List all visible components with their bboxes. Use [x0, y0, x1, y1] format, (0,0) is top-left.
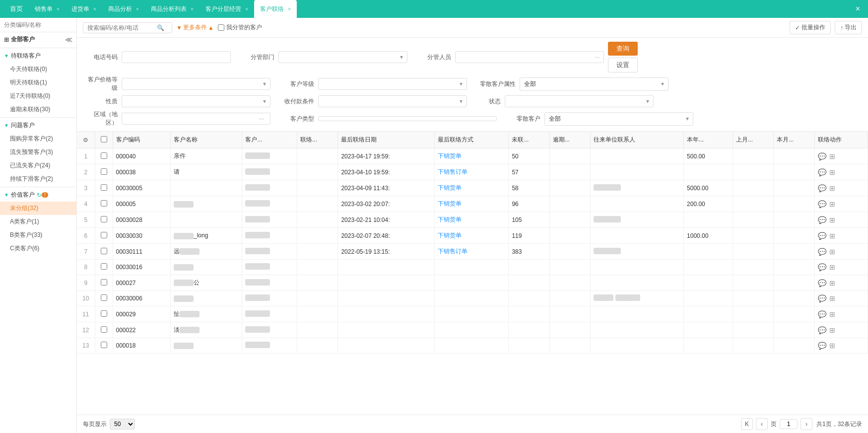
chat-icon[interactable]: 💬: [818, 310, 826, 318]
phone-input[interactable]: [122, 51, 231, 63]
close-sales-tab[interactable]: ×: [57, 6, 60, 12]
sidebar-item-class-b[interactable]: B类客户(33): [0, 228, 76, 242]
chat-icon[interactable]: 💬: [818, 248, 826, 256]
sidebar-item-class-c[interactable]: C类客户(6): [0, 242, 76, 255]
chat-icon[interactable]: 💬: [818, 279, 826, 287]
sidebar-item-declining[interactable]: 持续下滑客户(2): [0, 172, 76, 186]
more-icon[interactable]: ⊞: [829, 200, 835, 208]
sidebar-item-class-a[interactable]: A类客户(1): [0, 215, 76, 228]
close-purchase-tab[interactable]: ×: [93, 6, 96, 12]
more-icon[interactable]: ⊞: [829, 168, 835, 176]
more-icon[interactable]: ⊞: [829, 232, 835, 240]
sidebar-item-churned[interactable]: 已流失客户(24): [0, 159, 76, 172]
dept-select[interactable]: ▾: [278, 51, 407, 63]
row-checkbox[interactable]: [101, 279, 107, 286]
sidebar-collapse-icon[interactable]: ≪: [65, 36, 72, 44]
chat-icon[interactable]: 💬: [818, 152, 826, 160]
nav-tab-analysis[interactable]: 商品分析 ×: [102, 0, 145, 18]
retail-attr-select[interactable]: 全部▾: [520, 77, 668, 91]
prev-page-button[interactable]: ‹: [756, 418, 768, 430]
price-level-select[interactable]: ▾: [122, 78, 270, 90]
more-icon[interactable]: ⊞: [829, 310, 835, 318]
page-size-select[interactable]: 50 20 100: [110, 419, 135, 430]
sidebar-item-churn-warning[interactable]: 流失预警客户(3): [0, 145, 76, 159]
filter-search-icon[interactable]: 🔍: [157, 24, 164, 31]
query-button[interactable]: 查询: [608, 42, 638, 56]
region-select[interactable]: ···: [122, 113, 270, 125]
more-icon[interactable]: ⊞: [829, 342, 835, 350]
chat-icon[interactable]: 💬: [818, 294, 826, 302]
nav-tab-sales[interactable]: 销售单 ×: [29, 0, 66, 18]
more-icon[interactable]: ⊞: [829, 263, 835, 271]
row-checkbox[interactable]: [101, 200, 107, 207]
last-method-link[interactable]: 下销货单: [438, 216, 462, 223]
batch-operation-button[interactable]: ✓ 批量操作: [790, 21, 831, 34]
sidebar-group-pending-title[interactable]: ▼ 待联络客户: [0, 49, 76, 63]
row-checkbox[interactable]: [101, 326, 107, 333]
nav-tab-purchase[interactable]: 进货单 ×: [66, 0, 102, 18]
reset-button[interactable]: 设置: [608, 58, 638, 72]
sidebar-group-value-title[interactable]: ▼ 价值客户 ↻ !: [0, 188, 76, 202]
filter-search-input[interactable]: [87, 24, 157, 31]
close-analysis-list-tab[interactable]: ×: [191, 6, 194, 12]
window-close-button[interactable]: ×: [852, 4, 864, 13]
row-checkbox[interactable]: [101, 152, 107, 159]
chat-icon[interactable]: 💬: [818, 216, 826, 224]
gear-column-header[interactable]: ⚙: [77, 132, 95, 148]
row-checkbox[interactable]: [101, 263, 107, 270]
row-checkbox[interactable]: [101, 216, 107, 222]
last-method-link[interactable]: 下销货单: [438, 152, 462, 159]
chat-icon[interactable]: 💬: [818, 184, 826, 192]
nav-tab-customer-contact[interactable]: 客户联络 ×: [254, 0, 297, 18]
more-icon[interactable]: ⊞: [829, 184, 835, 192]
sidebar-item-today[interactable]: 今天待联络(0): [0, 63, 76, 76]
row-checkbox[interactable]: [101, 168, 107, 175]
last-method-link[interactable]: 下销货单: [438, 184, 462, 191]
sidebar-group-problem-title[interactable]: ▼ 问题客户: [0, 119, 76, 132]
chat-icon[interactable]: 💬: [818, 200, 826, 208]
manager-select[interactable]: ···: [455, 51, 604, 63]
filter-more-conditions[interactable]: ▼ 更多条件 ▲: [176, 23, 214, 32]
row-checkbox[interactable]: [101, 342, 107, 348]
chat-icon[interactable]: 💬: [818, 263, 826, 271]
chat-icon[interactable]: 💬: [818, 232, 826, 240]
customer-type-select[interactable]: [318, 116, 497, 121]
my-customers-check[interactable]: [218, 24, 224, 31]
more-icon[interactable]: ⊞: [829, 294, 835, 302]
more-icon[interactable]: ⊞: [829, 216, 835, 224]
export-button[interactable]: ↑ 导出: [835, 21, 862, 34]
sidebar-search-input[interactable]: [4, 21, 77, 28]
nav-tab-analysis-list[interactable]: 商品分析列表 ×: [145, 0, 200, 18]
row-checkbox[interactable]: [101, 232, 107, 238]
first-page-button[interactable]: K: [741, 418, 753, 430]
my-customers-checkbox[interactable]: 我分管的客户: [218, 23, 262, 32]
nav-tab-customer-segment[interactable]: 客户分层经营 ×: [200, 0, 254, 18]
region-ellipsis[interactable]: ···: [257, 115, 266, 122]
sidebar-all-customers[interactable]: ⊞ 全部客户 ≪: [0, 32, 76, 47]
sidebar-item-7days[interactable]: 近7天待联络(0): [0, 89, 76, 103]
row-checkbox[interactable]: [101, 184, 107, 191]
last-method-link[interactable]: 下销售订单: [438, 248, 467, 255]
select-all-checkbox[interactable]: [101, 136, 107, 143]
chat-icon[interactable]: 💬: [818, 342, 826, 350]
customer-level-select[interactable]: ▾: [318, 78, 467, 90]
next-page-button[interactable]: ›: [801, 418, 812, 430]
row-checkbox[interactable]: [101, 248, 107, 254]
last-method-link[interactable]: 下销售订单: [438, 168, 467, 175]
status-select[interactable]: ▾: [505, 95, 654, 107]
last-method-link[interactable]: 下销货单: [438, 200, 462, 207]
chat-icon[interactable]: 💬: [818, 326, 826, 334]
sidebar-item-overdue[interactable]: 逾期未联络(30): [0, 103, 76, 116]
select-all-header[interactable]: [95, 132, 113, 148]
more-icon[interactable]: ⊞: [829, 279, 835, 287]
payment-select[interactable]: ▾: [318, 95, 467, 107]
retail-customer-select[interactable]: 全部▾: [544, 112, 693, 126]
refresh-icon[interactable]: ↻: [37, 192, 42, 199]
more-icon[interactable]: ⊞: [829, 152, 835, 160]
close-analysis-tab[interactable]: ×: [136, 6, 139, 12]
nature-select[interactable]: ▾: [122, 95, 270, 107]
row-checkbox[interactable]: [101, 310, 107, 317]
more-icon[interactable]: ⊞: [829, 326, 835, 334]
close-contact-tab[interactable]: ×: [288, 6, 291, 12]
last-method-link[interactable]: 下销货单: [438, 232, 462, 239]
